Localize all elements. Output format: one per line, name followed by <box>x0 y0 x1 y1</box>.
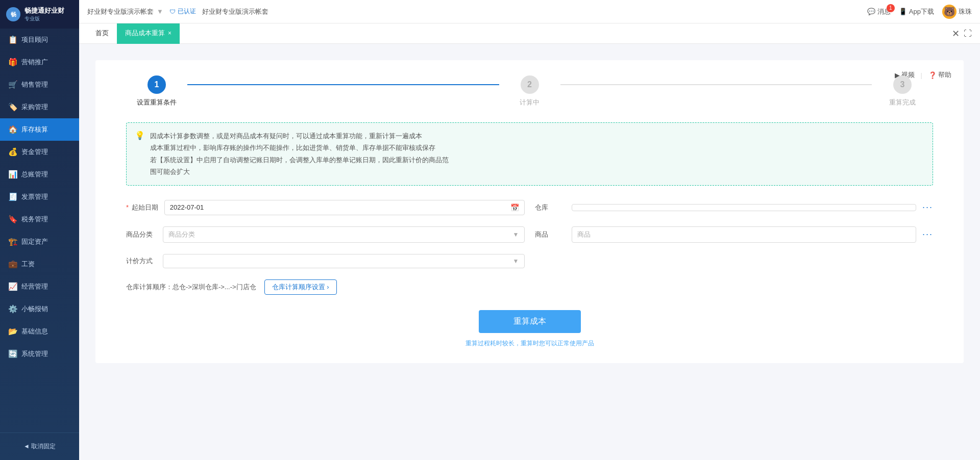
messages-button[interactable]: 💬 消息 1 <box>867 7 891 16</box>
content-area: ▶ 视频 | ❓ 帮助 1 设置重算条件 <box>95 60 964 363</box>
app-download-button[interactable]: 📱 App下载 <box>899 7 934 16</box>
sidebar-item-fixed-assets[interactable]: 🏗️ 固定资产 <box>0 231 79 253</box>
sidebar-item-label: 基础信息 <box>21 327 48 336</box>
info-text: 因成本计算参数调整，或是对商品成本有疑问时，可以通过成本重算功能，重新计算一遍成… <box>150 130 449 178</box>
app-logo-icon: 畅 <box>6 7 20 21</box>
sidebar-item-marketing[interactable]: 🎁 营销推广 <box>0 51 79 73</box>
project-icon: 📋 <box>8 35 17 44</box>
message-icon: 💬 <box>867 8 875 15</box>
sidebar-item-basic[interactable]: 📂 基础信息 <box>0 320 79 343</box>
step-2-label: 计算中 <box>520 98 540 107</box>
pricing-chevron-icon: ▼ <box>513 258 519 265</box>
start-date-label: * 起始日期 <box>126 203 158 212</box>
form-row-3: 计价方式 ▼ <box>126 254 933 268</box>
sidebar-item-purchase[interactable]: 🏷️ 采购管理 <box>0 96 79 118</box>
basic-icon: 📂 <box>8 327 17 336</box>
sidebar-item-label: 工资 <box>21 260 35 269</box>
step-connector-2-3 <box>560 84 872 85</box>
step-2-circle: 2 <box>521 75 539 94</box>
sidebar-item-accounting[interactable]: 📊 总账管理 <box>0 163 79 186</box>
tab-home-label: 首页 <box>95 29 109 38</box>
help-link[interactable]: ❓ 帮助 <box>928 70 951 80</box>
question-icon: ❓ <box>928 71 937 79</box>
sidebar-item-invoice[interactable]: 🧾 发票管理 <box>0 186 79 208</box>
invoice-icon: 🧾 <box>8 192 17 201</box>
help-label: 帮助 <box>938 70 951 80</box>
step-connector-1-2 <box>187 84 499 85</box>
sidebar-item-tax[interactable]: 🔖 税务管理 <box>0 208 79 231</box>
goods-group: 商品 商品 ··· <box>535 226 934 243</box>
category-group: 商品分类 商品分类 ▼ <box>126 226 525 243</box>
account-dropdown-icon: ▼ <box>157 8 163 15</box>
avatar: 🐻 <box>942 5 957 19</box>
step-3: 3 重算完成 <box>872 75 933 107</box>
sidebar-item-finance[interactable]: 💰 资金管理 <box>0 141 79 163</box>
unpin-sidebar-button[interactable]: ◄ 取消固定 <box>0 438 79 455</box>
sidebar-item-label: 项目顾问 <box>21 35 48 44</box>
category-label: 商品分类 <box>126 230 157 239</box>
shield-icon: 🛡 <box>169 8 176 15</box>
marketing-icon: 🎁 <box>8 58 17 67</box>
start-date-input[interactable]: 2022-07-01 📅 <box>164 200 525 215</box>
sidebar-item-label: 销售管理 <box>21 80 48 89</box>
sidebar-item-project[interactable]: 📋 项目顾问 <box>0 29 79 51</box>
warehouse-order-label: 仓库计算顺序：总仓->深圳仓库->...->门店仓 <box>126 283 256 292</box>
sidebar-item-system[interactable]: 🔄 系统管理 <box>0 343 79 365</box>
warehouse-input[interactable] <box>572 204 916 211</box>
steps-section: 1 设置重算条件 2 计算中 3 重算完成 <box>126 75 933 107</box>
app-download-label: App下载 <box>909 7 934 16</box>
tabbar: 首页 商品成本重算 × ✕ ⛶ <box>79 23 980 44</box>
sidebar-item-label: 资金管理 <box>21 147 48 157</box>
category-select[interactable]: 商品分类 ▼ <box>163 226 525 243</box>
tab-close-icon[interactable]: × <box>168 30 172 37</box>
tab-label: 商品成本重算 <box>125 29 165 38</box>
verified-badge: 🛡 已认证 <box>169 7 196 16</box>
form-row-1: * 起始日期 2022-07-01 📅 仓库 ··· <box>126 200 933 215</box>
phone-icon: 📱 <box>899 8 907 15</box>
sidebar-item-label: 营销推广 <box>21 58 48 67</box>
salary-icon: 💼 <box>8 260 17 269</box>
warehouse-order-settings-button[interactable]: 仓库计算顺序设置 › <box>264 279 337 295</box>
finance-icon: 💰 <box>8 147 17 157</box>
operation-icon: 📈 <box>8 282 17 291</box>
user-avatar-button[interactable]: 🐻 珠珠 <box>942 5 972 19</box>
pricing-label: 计价方式 <box>126 257 157 266</box>
calendar-icon[interactable]: 📅 <box>510 203 519 212</box>
account-selector[interactable]: 好业财专业版演示帐套 ▼ <box>87 7 163 16</box>
topbar: 好业财专业版演示帐套 ▼ 🛡 已认证 好业财专业版演示帐套 💬 消息 1 📱 A… <box>79 0 980 23</box>
inventory-icon: 🏠 <box>8 125 17 134</box>
pricing-group: 计价方式 ▼ <box>126 254 525 268</box>
tab-product-cost[interactable]: 商品成本重算 × <box>117 23 180 44</box>
goods-more-btn[interactable]: ··· <box>922 229 933 240</box>
info-box: 💡 因成本计算参数调整，或是对商品成本有疑问时，可以通过成本重算功能，重新计算一… <box>126 122 933 186</box>
sidebar-logo-text: 畅捷通好业财 专业版 <box>24 6 64 22</box>
accounting-icon: 📊 <box>8 170 17 179</box>
window-close-icon[interactable]: ✕ <box>952 28 960 39</box>
verified-label: 已认证 <box>178 7 196 16</box>
recalc-button[interactable]: 重算成本 <box>479 310 581 333</box>
sidebar-item-inventory[interactable]: 🏠 库存核算 <box>0 118 79 141</box>
sidebar-item-label: 经营管理 <box>21 282 48 291</box>
tab-home[interactable]: 首页 <box>87 23 117 44</box>
recalc-section: 重算成本 重算过程耗时较长，重算时您可以正常使用产品 <box>126 310 933 348</box>
step-3-circle: 3 <box>893 75 912 94</box>
sidebar-item-operation[interactable]: 📈 经营管理 <box>0 275 79 298</box>
goods-input[interactable]: 商品 <box>572 226 916 243</box>
window-expand-icon[interactable]: ⛶ <box>964 29 972 38</box>
sidebar-item-label: 小畅报销 <box>21 304 48 314</box>
sales-icon: 🛒 <box>8 80 17 89</box>
fixed-assets-icon: 🏗️ <box>8 237 17 246</box>
sidebar-item-label: 采购管理 <box>21 103 48 112</box>
sidebar-item-sales[interactable]: 🛒 销售管理 <box>0 73 79 96</box>
pricing-select[interactable]: ▼ <box>163 254 525 268</box>
step-1-label: 设置重算条件 <box>137 98 177 107</box>
verified-account-text: 好业财专业版演示帐套 <box>202 7 268 16</box>
sidebar-item-label: 系统管理 <box>21 349 48 359</box>
sidebar-item-salary[interactable]: 💼 工资 <box>0 253 79 275</box>
goods-label: 商品 <box>535 230 566 239</box>
form-row-2: 商品分类 商品分类 ▼ 商品 商品 ··· <box>126 226 933 243</box>
start-date-value: 2022-07-01 <box>170 203 507 211</box>
warehouse-more-btn[interactable]: ··· <box>922 202 933 213</box>
sidebar-item-expense[interactable]: ⚙️ 小畅报销 <box>0 298 79 320</box>
warehouse-group: 仓库 ··· <box>535 202 934 213</box>
